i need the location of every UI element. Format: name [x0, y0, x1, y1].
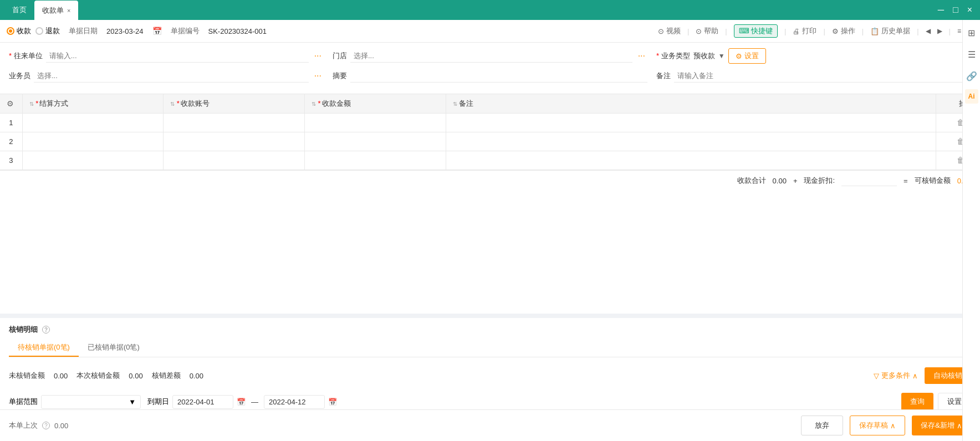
number-value: SK-20230324-001 [208, 27, 267, 35]
history-icon: 📋 [870, 27, 879, 35]
row-3-account[interactable] [164, 151, 305, 170]
due-label: 到期日 [147, 397, 169, 407]
sidebar-link-icon[interactable]: 🔗 [963, 68, 981, 85]
date-from-calendar-icon[interactable]: 📅 [237, 398, 246, 406]
business-type-value: 预收款 [693, 51, 715, 61]
radio-group: 收款 退款 [7, 26, 60, 36]
store-input[interactable] [350, 49, 632, 63]
row-2-amount[interactable] [304, 132, 446, 151]
partner-field: * 往来单位 ··· [9, 49, 324, 63]
business-type-label: * 业务类型 [656, 51, 690, 61]
calendar-icon[interactable]: 📅 [152, 27, 162, 35]
minimize-button[interactable]: ─ [935, 4, 947, 16]
row-1-amount[interactable] [304, 114, 446, 132]
query-button[interactable]: 查询 [901, 393, 933, 411]
row-1-settle[interactable] [22, 114, 164, 132]
radio-refund[interactable]: 退款 [35, 26, 60, 36]
range-select[interactable]: ▼ [41, 395, 141, 409]
col-remark-header: ⇅ 备注 [446, 94, 936, 114]
range-field: 单据范围 ▼ [9, 395, 141, 409]
tab-done[interactable]: 已核销单据(0笔) [79, 339, 149, 357]
shortcut-button[interactable]: ⌨ 快捷键 [734, 24, 778, 38]
help-button[interactable]: ⊙ 帮助 [696, 26, 718, 36]
order-info-icon[interactable]: ? [42, 422, 50, 429]
section-divider [0, 314, 980, 318]
row-2-settle[interactable] [22, 132, 164, 151]
prev-icon[interactable]: ◀ [926, 27, 931, 35]
staff-more-icon[interactable]: ··· [312, 71, 324, 81]
partner-more-icon[interactable]: ··· [312, 51, 324, 61]
radio-receive[interactable]: 收款 [7, 26, 31, 36]
window-controls: ─ □ × [935, 4, 976, 16]
draft-arrow-icon: ∧ [890, 422, 896, 430]
order-history-label: 本单上次 [9, 421, 38, 430]
save-draft-button[interactable]: 保存草稿 ∧ [850, 416, 905, 435]
table-row: 2 🗑 ⧉ [0, 132, 980, 151]
form-area: * 往来单位 ··· 门店 ··· * 业务类型 预收款 ▼ ⚙ [0, 43, 980, 94]
right-sidebar: ⊞ ☰ 🔗 Ai [962, 20, 980, 441]
main-content: 收款 退款 单据日期 2023-03-24 📅 单据编号 SK-20230324… [0, 20, 980, 441]
row-2-num: 2 [0, 132, 22, 151]
table-row: 3 🗑 ⧉ [0, 151, 980, 170]
number-label: 单据编号 [171, 26, 200, 36]
tab-close-icon[interactable]: × [67, 7, 70, 14]
date-label: 单据日期 [69, 26, 98, 36]
discount-input[interactable] [841, 175, 897, 186]
shortcut-icon: ⌨ [739, 27, 749, 35]
radio-refund-label: 退款 [45, 26, 60, 36]
ops-icon: ⚙ [832, 27, 839, 35]
discard-button[interactable]: 放弃 [801, 416, 843, 435]
row-2-remark[interactable] [446, 132, 936, 151]
history-button[interactable]: 📋 历史单据 [870, 26, 910, 36]
sidebar-list-icon[interactable]: ☰ [964, 46, 979, 63]
row-1-account[interactable] [164, 114, 305, 132]
radio-receive-circle [7, 27, 14, 35]
operations-button[interactable]: ⚙ 操作 [832, 26, 855, 36]
toolbar-right: ⊙ 视频 | ⊙ 帮助 | ⌨ 快捷键 | 🖨 打印 | ⚙ 操作 [658, 24, 973, 38]
business-type-arrow[interactable]: ▼ [718, 52, 725, 60]
business-type-field: * 业务类型 预收款 ▼ ⚙ 设置 [656, 48, 971, 64]
row-3-remark[interactable] [446, 151, 936, 170]
table-gear-icon[interactable]: ⚙ [7, 99, 14, 108]
summary-row: 收款合计 0.00 + 现金折扣: = 可核销金额 0.00 [0, 170, 980, 191]
tab-bar: 首页 收款单 × ─ □ × [0, 0, 980, 20]
date-value: 2023-03-24 [106, 27, 144, 35]
tab-home[interactable]: 首页 [4, 0, 34, 20]
sidebar-ai-icon[interactable]: Ai [965, 89, 978, 104]
row-3-num: 3 [0, 151, 22, 170]
current-verify-value: 0.00 [129, 372, 142, 380]
row-2-account[interactable] [164, 132, 305, 151]
range-arrow-icon: ▼ [129, 398, 136, 406]
settings-button[interactable]: ⚙ 设置 [728, 48, 766, 64]
row-3-amount[interactable] [304, 151, 446, 170]
row-1-remark[interactable] [446, 114, 936, 132]
row-3-settle[interactable] [22, 151, 164, 170]
gear-icon: ⚙ [736, 52, 742, 60]
sidebar-table-icon[interactable]: ⊞ [964, 24, 978, 42]
order-history-value: 0.00 [54, 422, 68, 430]
summary-label: 摘要 [333, 71, 347, 81]
diff-label: 核销差额 [152, 371, 181, 381]
remark-input[interactable] [674, 69, 971, 83]
verification-info-icon[interactable]: ? [42, 326, 50, 334]
date-to-input[interactable] [264, 395, 325, 409]
tab-pending[interactable]: 待核销单据(0笔) [9, 339, 79, 357]
total-label: 收款合计 [737, 176, 766, 186]
partner-input[interactable] [46, 49, 309, 63]
more-conditions-button[interactable]: ▽ 更多条件 ∧ [874, 371, 918, 381]
staff-input[interactable] [34, 69, 309, 83]
date-to-calendar-icon[interactable]: 📅 [328, 398, 337, 406]
close-button[interactable]: × [964, 4, 976, 16]
print-button[interactable]: 🖨 打印 [793, 26, 816, 36]
summary-field: 摘要 [333, 69, 647, 83]
store-more-icon[interactable]: ··· [636, 51, 647, 61]
tab-receipt[interactable]: 收款单 × [34, 1, 78, 20]
date-from-input[interactable] [172, 395, 233, 409]
list-icon[interactable]: ≡ [957, 27, 961, 35]
maximize-button[interactable]: □ [950, 4, 962, 16]
summary-input[interactable] [350, 69, 647, 83]
next-icon[interactable]: ▶ [937, 27, 942, 35]
video-button[interactable]: ⊙ 视频 [658, 26, 681, 36]
col-gear[interactable]: ⚙ [0, 94, 22, 114]
table-container: ⚙ ⇅ 结算方式 ⇅ 收款账号 ⇅ 收款金额 [0, 94, 980, 170]
